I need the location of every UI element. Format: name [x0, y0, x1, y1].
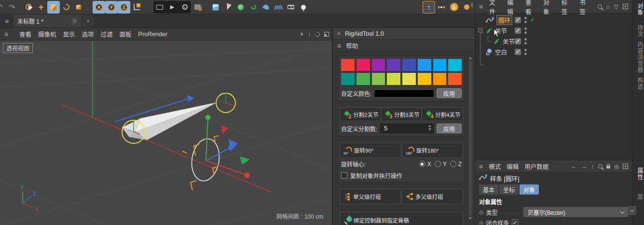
keyframe-ring-icon[interactable]: ◎: [479, 220, 484, 225]
add-modifier-button[interactable]: [247, 1, 260, 14]
side-tab-attributes[interactable]: 属性: [632, 168, 644, 180]
side-tab-content-browser[interactable]: 内容浏览器: [632, 42, 644, 73]
color-swatch[interactable]: [448, 73, 462, 85]
color-swatch[interactable]: [372, 59, 385, 71]
panel-scrollbar[interactable]: [467, 57, 473, 219]
bind-controller-button[interactable]: 绑定控制器到指定骨骼: [341, 213, 462, 225]
color-swatch[interactable]: [402, 59, 416, 71]
tab-object[interactable]: 对象: [520, 184, 539, 195]
viewport-menu-camera[interactable]: 摄像机: [38, 29, 56, 39]
color-swatch[interactable]: [448, 59, 462, 71]
viewport-menu-display[interactable]: 显示: [63, 29, 75, 39]
render-view-button[interactable]: [153, 1, 166, 14]
add-view-icon[interactable]: [623, 164, 628, 169]
search-icon[interactable]: [598, 164, 603, 169]
add-primitive-button[interactable]: [209, 1, 222, 14]
viewport-menu-view[interactable]: 查看: [19, 29, 31, 39]
home-icon[interactable]: ⌂: [606, 3, 610, 10]
dolly-view-icon[interactable]: ↕: [308, 31, 311, 38]
layer-toggle-icon[interactable]: [515, 49, 521, 55]
object-row-null[interactable]: 空白: [475, 46, 632, 57]
spline-type-dropdown[interactable]: 贝塞尔(Bezier): [523, 207, 628, 217]
rotate-view-icon[interactable]: [314, 31, 321, 38]
viewport-menu-filter[interactable]: 过滤: [101, 29, 113, 39]
split-3-joints-button[interactable]: 3 分割3关节: [382, 109, 421, 120]
coordinate-system-button[interactable]: [130, 1, 143, 14]
document-tab[interactable]: 未标题 1 * ×: [14, 14, 82, 28]
color-swatch[interactable]: [418, 73, 431, 85]
custom-color-field[interactable]: [374, 90, 434, 97]
undo-button[interactable]: ↶: [0, 1, 6, 14]
add-view-icon[interactable]: [623, 4, 628, 9]
color-swatch[interactable]: [402, 73, 416, 85]
interactive-render-button[interactable]: [191, 1, 204, 14]
axis-x-lock-button[interactable]: X: [93, 1, 105, 14]
viewport-menu-prorender[interactable]: ProRender: [138, 31, 167, 38]
add-deformer-button[interactable]: [260, 1, 272, 14]
scale-tool-button[interactable]: [47, 1, 60, 14]
search-icon[interactable]: [598, 4, 602, 9]
scroll-down-icon[interactable]: [469, 217, 472, 219]
color-swatch[interactable]: [341, 73, 355, 85]
add-camera-button[interactable]: [285, 1, 297, 14]
tabbar-menu-button[interactable]: ≡: [0, 14, 14, 28]
color-swatch[interactable]: [372, 73, 385, 85]
radio-x[interactable]: [419, 161, 425, 167]
rotate-180-button[interactable]: 180° 旋转180°: [403, 144, 462, 156]
scroll-up-icon[interactable]: [469, 57, 472, 59]
redo-button[interactable]: ↷: [6, 1, 18, 14]
manipulator-z-axis[interactable]: [206, 148, 229, 161]
radio-y[interactable]: [435, 161, 441, 167]
hamburger-icon[interactable]: ≡: [479, 163, 483, 170]
render-picture-viewer-button[interactable]: ▶: [166, 1, 178, 14]
color-swatch[interactable]: [418, 59, 431, 71]
make-editable-button[interactable]: ↑: [423, 1, 435, 14]
attr-menu-mode[interactable]: 模式: [489, 162, 501, 171]
color-swatch[interactable]: [356, 73, 370, 85]
rotate-tool-button[interactable]: [60, 1, 72, 14]
tab-close-button[interactable]: ×: [71, 18, 78, 24]
split-4-joints-button[interactable]: 4 分割4关节: [423, 109, 462, 120]
side-tab-takes[interactable]: 场次: [632, 25, 644, 37]
manipulator-y-plane-flag[interactable]: [240, 156, 250, 165]
side-tab-layers[interactable]: 层: [632, 194, 644, 200]
lock-icon[interactable]: [606, 166, 610, 169]
split-2-joints-button[interactable]: 2 分割2关节: [341, 109, 380, 120]
add-light-button[interactable]: [297, 1, 310, 14]
add-subdivision-button[interactable]: [234, 1, 247, 14]
color-swatch[interactable]: [387, 59, 400, 71]
side-tab-objects[interactable]: 对象: [632, 3, 644, 15]
render-settings-button[interactable]: [178, 1, 191, 14]
live-selection-button[interactable]: [22, 1, 35, 14]
copy-object-checkbox[interactable]: [341, 172, 347, 179]
color-swatch[interactable]: [433, 73, 447, 85]
spinner-arrows[interactable]: [428, 125, 431, 130]
back-icon[interactable]: ←: [571, 163, 577, 170]
add-spline-button[interactable]: [222, 1, 234, 14]
rotate-90-button[interactable]: 90° 旋转90°: [341, 144, 399, 156]
hamburger-icon[interactable]: ≡: [479, 3, 483, 11]
object-name-circle[interactable]: 圆环: [496, 15, 512, 25]
axis-y-lock-button[interactable]: Y: [105, 1, 118, 14]
visibility-dots[interactable]: [524, 28, 527, 34]
new-tab-button[interactable]: +: [82, 14, 95, 28]
move-tool-button[interactable]: +: [35, 1, 47, 14]
object-row-circle[interactable]: 圆环 ✓: [475, 14, 632, 25]
closed-spline-checkbox[interactable]: ✓: [512, 219, 519, 225]
joint-bone-cone[interactable]: [122, 102, 217, 140]
record-icon[interactable]: ◎: [614, 163, 619, 170]
apply-split-button[interactable]: 应用: [437, 124, 462, 133]
color-swatch[interactable]: [356, 59, 370, 71]
add-environment-button[interactable]: [272, 1, 285, 14]
viewport-canvas[interactable]: Y Z X 透视视图 网格间距 : 100 cm: [0, 41, 332, 225]
apply-color-button[interactable]: 应用: [437, 88, 462, 98]
pan-view-icon[interactable]: +: [300, 31, 303, 38]
manipulator-x-handle[interactable]: [245, 173, 250, 178]
viewport-menu-button[interactable]: ≡: [0, 30, 13, 38]
help-menu[interactable]: 帮助: [346, 41, 358, 50]
radio-z[interactable]: [450, 161, 456, 167]
maximize-view-icon[interactable]: [324, 32, 329, 37]
color-swatch[interactable]: [387, 73, 400, 85]
forward-icon[interactable]: →: [581, 163, 587, 170]
axis-z-lock-button[interactable]: Z: [118, 1, 130, 14]
